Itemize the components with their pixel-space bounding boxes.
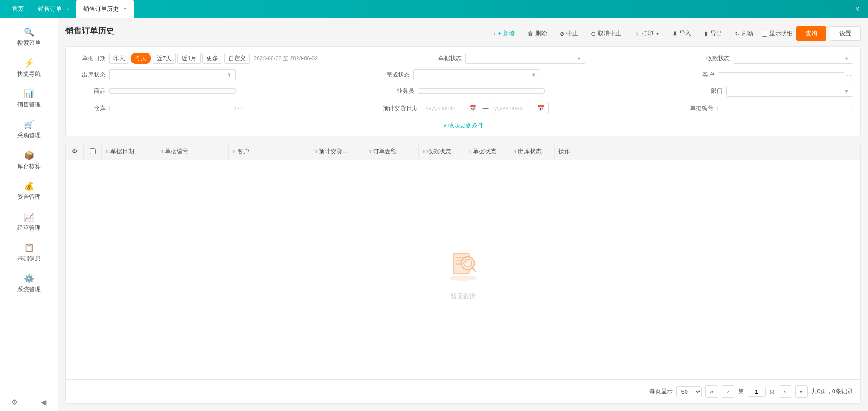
sidebar-item-finance[interactable]: 💰 资金管理	[0, 176, 58, 207]
first-page-icon: «	[710, 388, 713, 395]
query-button[interactable]: 查询	[796, 26, 826, 41]
refresh-button[interactable]: ↻ 刷新	[730, 27, 758, 40]
payment-status-select[interactable]: ▼	[734, 53, 854, 64]
department-select[interactable]: ▼	[726, 86, 853, 97]
next-page-button[interactable]: ›	[779, 385, 791, 398]
tab-sales-order-history[interactable]: 销售订单历史 ×	[76, 0, 133, 18]
th-amount: ⇅ 订单金额	[364, 143, 419, 160]
th-checkbox[interactable]	[84, 144, 102, 159]
tab-sales-order-close[interactable]: ×	[66, 6, 69, 12]
date-btn-today[interactable]: 今天	[131, 53, 151, 64]
sidebar-item-purchase-mgmt[interactable]: 🛒 采购管理	[0, 114, 58, 145]
th-payment-label: 收款状态	[427, 147, 451, 155]
query-label: 查询	[806, 30, 817, 37]
complete-status-select[interactable]: ▼	[413, 69, 540, 80]
main-layout: 🔍 搜索菜单 ⚡ 快捷导航 📊 销售管理 🛒 采购管理 📦 库存核算 💰 资金管…	[0, 18, 868, 411]
date-btn-more[interactable]: 更多	[202, 53, 222, 64]
department-chevron-icon: ▼	[844, 88, 849, 94]
tab-sales-order-history-close[interactable]: ×	[123, 6, 126, 12]
out-status-select[interactable]: ▼	[109, 69, 236, 80]
sidebar-item-inventory[interactable]: 📦 库存核算	[0, 145, 58, 176]
sidebar-item-operations[interactable]: 📈 经营管理	[0, 207, 58, 237]
sidebar-item-purchase-mgmt-label: 采购管理	[17, 131, 41, 140]
delete-label: 删除	[535, 29, 547, 38]
delivery-date-to[interactable]: yyyy-mm-dd 📅	[490, 102, 549, 114]
order-number-input[interactable]	[717, 106, 853, 111]
refresh-icon: ↻	[735, 30, 740, 37]
tab-sales-order[interactable]: 销售订单 ×	[31, 0, 76, 18]
calendar-icon-from: 📅	[469, 105, 476, 111]
delivery-date-label: 预计交货日期	[376, 104, 422, 112]
show-details-label: 显示明细	[769, 29, 793, 38]
filter-area: 单据日期 昨天 今天 近7天 近1月 更多	[65, 46, 861, 136]
show-details-checkbox[interactable]	[762, 31, 767, 37]
th-amount-label: 订单金额	[373, 147, 397, 155]
th-delivery-label: 预计交货...	[319, 147, 347, 155]
sidebar-item-base-info[interactable]: 📋 基础信息	[0, 237, 58, 268]
export-icon: ⬆	[704, 30, 709, 37]
sidebar-item-base-info-label: 基础信息	[17, 255, 41, 263]
export-button[interactable]: ⬆ 导出	[699, 27, 727, 40]
export-label: 导出	[710, 29, 722, 38]
warehouse-input[interactable]	[109, 106, 236, 111]
window-close-icon[interactable]: ×	[851, 5, 863, 14]
toolbar: + + 新增 🗑 删除 ⊘ 中止 ⊙ 取消中止 🖨 打印	[488, 26, 861, 41]
page-number-input[interactable]	[748, 387, 766, 397]
select-all-checkbox[interactable]	[90, 148, 96, 154]
customer-input[interactable]	[718, 72, 844, 77]
sidebar-item-sales-mgmt[interactable]: 📊 销售管理	[0, 83, 58, 114]
date-btn-yesterday[interactable]: 昨天	[109, 53, 129, 64]
th-customer-label: 客户	[237, 147, 249, 155]
sort-icon-number: ⇅	[160, 149, 163, 154]
warehouse-dots[interactable]: ···	[236, 105, 245, 111]
page-size-select[interactable]: 50 20 100	[676, 386, 702, 397]
tab-home[interactable]: 首页	[5, 0, 31, 18]
search-menu-icon: 🔍	[24, 27, 34, 37]
sidebar-item-quick-nav[interactable]: ⚡ 快捷导航	[0, 53, 58, 83]
cancel-stop-label: 取消中止	[598, 29, 621, 38]
th-customer: ⇅ 客户	[229, 143, 310, 160]
salesperson-dots[interactable]: ···	[545, 88, 553, 95]
new-button[interactable]: + + 新增	[488, 27, 519, 40]
status-select[interactable]: ▼	[465, 53, 585, 64]
print-button[interactable]: 🖨 打印 ▼	[629, 27, 664, 40]
sidebar-collapse-btn[interactable]: ◀	[41, 398, 46, 406]
sidebar-settings-btn[interactable]: ⚙	[11, 398, 18, 406]
date-btns: 昨天 今天 近7天 近1月 更多 自定义	[109, 53, 250, 64]
empty-state: 暂无数据	[66, 160, 860, 379]
th-status-label: 单据状态	[473, 147, 496, 155]
empty-illustration	[441, 240, 486, 285]
import-button[interactable]: ⬇ 导入	[668, 27, 695, 40]
sort-icon-out: ⇅	[513, 149, 517, 154]
last-page-icon: »	[800, 388, 803, 395]
th-operation-label: 操作	[558, 147, 570, 155]
th-delivery: ⇅ 预计交货...	[310, 143, 364, 160]
product-dots[interactable]: ···	[236, 88, 245, 95]
show-details-checkbox-label[interactable]: 显示明细	[762, 29, 793, 38]
stop-button[interactable]: ⊘ 中止	[555, 27, 583, 40]
th-settings[interactable]: ⚙	[66, 143, 84, 159]
out-status-label: 出库状态	[73, 71, 109, 79]
sidebar-item-sys-mgmt-label: 系统管理	[17, 285, 41, 294]
date-btn-custom[interactable]: 自定义	[224, 53, 250, 64]
th-status: ⇅ 单据状态	[464, 143, 509, 160]
customer-dots[interactable]: ···	[844, 72, 853, 78]
delete-button[interactable]: 🗑 删除	[523, 27, 551, 40]
product-input[interactable]	[109, 88, 236, 94]
import-icon: ⬇	[672, 30, 677, 37]
last-page-button[interactable]: »	[795, 385, 808, 398]
salesperson-input[interactable]	[418, 88, 545, 94]
date-btn-7days[interactable]: 近7天	[153, 53, 176, 64]
collapse-button[interactable]: ∧ 收起更多条件	[443, 121, 484, 130]
settings-button[interactable]: 设置	[830, 26, 861, 41]
sidebar: 🔍 搜索菜单 ⚡ 快捷导航 📊 销售管理 🛒 采购管理 📦 库存核算 💰 资金管…	[0, 18, 58, 411]
sidebar-item-sys-mgmt[interactable]: ⚙️ 系统管理	[0, 268, 58, 299]
sidebar-item-sales-mgmt-label: 销售管理	[17, 101, 41, 109]
sidebar-item-search-menu[interactable]: 🔍 搜索菜单	[0, 22, 58, 53]
th-date: ⇅ 单据日期	[102, 143, 156, 160]
prev-page-button[interactable]: ‹	[722, 385, 734, 398]
date-btn-1month[interactable]: 近1月	[177, 53, 201, 64]
delivery-date-from[interactable]: yyyy-mm-dd 📅	[422, 102, 480, 114]
first-page-button[interactable]: «	[705, 385, 718, 398]
cancel-stop-button[interactable]: ⊙ 取消中止	[586, 27, 626, 40]
